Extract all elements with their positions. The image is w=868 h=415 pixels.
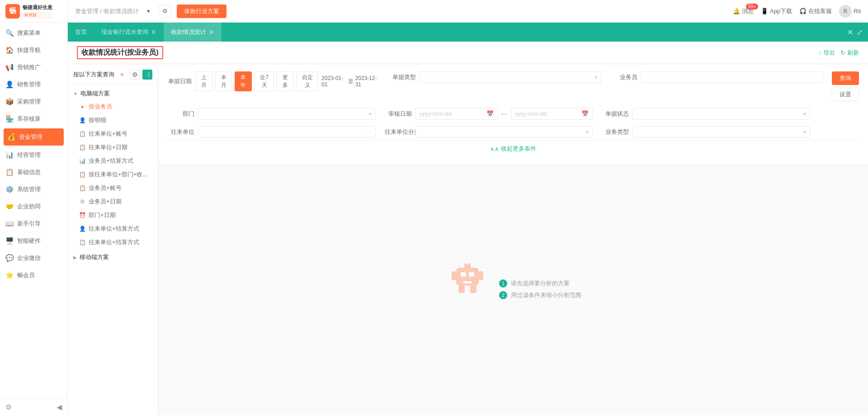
- sidebar-item-marketing[interactable]: 📢 营销推广: [0, 59, 67, 76]
- sidebar-item-member[interactable]: ⭐ 畅会员: [0, 267, 67, 284]
- panel-settings-btn[interactable]: ⚙: [130, 70, 140, 80]
- dept-select[interactable]: ▾: [198, 108, 376, 120]
- user-btn[interactable]: R Rit: [839, 5, 861, 18]
- date-btn-prev-month[interactable]: 上月: [195, 71, 212, 91]
- refresh-icon: ↻: [840, 49, 845, 56]
- tab-cashflow[interactable]: 现金银行流水查询 ✕: [94, 23, 164, 42]
- doc-status-select[interactable]: ▾: [632, 108, 810, 120]
- tree-item-by-salesman[interactable]: ● 按业务员: [68, 100, 158, 113]
- sidebar-item-search[interactable]: 🔍 搜索菜单: [0, 24, 67, 42]
- tree-item-partner-dept[interactable]: 📋 按往来单位+部门+收...: [68, 168, 158, 181]
- empty-tips: 1 请先选择要分析的方案 2 用过滤条件来缩小分析范围: [499, 279, 581, 299]
- table-icon: 📋: [79, 171, 86, 178]
- tree-item-salesman-date[interactable]: ⚙ 业务员+日期: [68, 195, 158, 208]
- trial-btn[interactable]: 体验行业方案: [177, 5, 226, 18]
- member-icon: ⭐: [5, 271, 14, 279]
- sidebar-item-system[interactable]: ⚙️ 系统管理: [0, 181, 67, 198]
- tree-item-partner-method2[interactable]: 📋 往来单位+结算方式: [68, 236, 158, 249]
- tree-item-partner-date[interactable]: 📋 往来单位+日期: [68, 141, 158, 154]
- sidebar-item-inventory[interactable]: 🏪 库存核算: [0, 110, 67, 127]
- review-date-start-input[interactable]: yyyy-mm-dd 📅: [415, 108, 498, 120]
- sidebar-item-label: 资金管理: [19, 133, 42, 141]
- tree-item-by-detail[interactable]: 👤 按明细: [68, 113, 158, 127]
- breadcrumb-dropdown[interactable]: ▾: [144, 7, 153, 16]
- chevron-down-icon: ▾: [594, 74, 597, 80]
- filter-area: 单据日期 上月 本月 本年 近7天 更多 自定义 2023-01-01 至: [158, 64, 868, 165]
- bell-icon: 🔔: [733, 8, 740, 14]
- sidebar-item-basic[interactable]: 📋 基础信息: [0, 164, 67, 181]
- tab-home[interactable]: 首页: [68, 23, 94, 42]
- panel-add-btn[interactable]: +: [117, 70, 127, 80]
- user-name: Rit: [854, 8, 861, 14]
- tree-item-partner-account[interactable]: 📋 往来单位+账号: [68, 127, 158, 141]
- sidebar-item-guide[interactable]: 📖 新手引导: [0, 215, 67, 232]
- export-btn[interactable]: ↑ 导出: [819, 49, 835, 57]
- tabs-actions: ✕ ⤢: [842, 23, 868, 42]
- left-panel: 按以下方案查询 + ⚙ 《 ▼ 电脑端方案 ● 按业务员: [68, 64, 158, 415]
- partner-category-label: 往来单位分类: [385, 128, 412, 136]
- messages-btn[interactable]: 🔔 消息 99+: [733, 7, 754, 15]
- tree-item-partner-method1[interactable]: 👤 往来单位+结算方式: [68, 222, 158, 236]
- doc-type-select[interactable]: ▾: [420, 71, 601, 83]
- date-btn-more[interactable]: 更多: [277, 71, 294, 91]
- chevron-down-icon: ▾: [586, 129, 589, 135]
- filter-settings-btn[interactable]: 设置: [832, 88, 859, 101]
- tab-cashflow-close[interactable]: ✕: [151, 28, 156, 36]
- sidebar-footer: ⚙ ◀: [0, 399, 67, 415]
- active-item-icon: ●: [79, 103, 86, 110]
- headset-icon: 🎧: [799, 8, 807, 14]
- tab-cashflow-label: 现金银行流水查询: [101, 28, 148, 36]
- tree-item-dept-date[interactable]: ⏰ 部门+日期: [68, 208, 158, 222]
- partner-select[interactable]: ···: [198, 126, 376, 138]
- sidebar-item-operation[interactable]: 📊 经营管理: [0, 146, 67, 164]
- sidebar-settings-icon[interactable]: ⚙: [5, 403, 12, 411]
- tree-item-salesman-account[interactable]: 📋 业务员+账号: [68, 181, 158, 195]
- tree-item-label: 业务员+账号: [89, 184, 122, 192]
- sidebar-item-wechat[interactable]: 💬 企业微信: [0, 250, 67, 267]
- panel-collapse-btn[interactable]: 《: [142, 70, 152, 80]
- doc-status-label: 单据状态: [602, 110, 629, 118]
- tab-close-all-btn[interactable]: ✕: [847, 28, 853, 37]
- online-service-label: 在线客服: [808, 7, 832, 15]
- tree-item-salesman-method[interactable]: 📊 业务员+结算方式: [68, 154, 158, 168]
- operation-icon: 📊: [5, 151, 14, 159]
- main-content: 资金管理 / 收款情况统计 ▾ ⚙ 体验行业方案 🔔 消息 99+ 📱 App下…: [68, 0, 868, 415]
- logo-badge: 标准版: [23, 12, 52, 19]
- partner-category-select[interactable]: ▾: [415, 126, 593, 138]
- tree-group-mobile-header[interactable]: ▶ 移动端方案: [68, 251, 158, 264]
- salesman-select[interactable]: ···: [641, 71, 823, 83]
- collapse-more-btn[interactable]: ∧∧ 收起更多条件: [167, 140, 859, 157]
- tab-collection-close[interactable]: ✕: [209, 28, 214, 36]
- tabs-bar: 首页 现金银行流水查询 ✕ 收款情况统计 ✕ ✕ ⤢: [68, 23, 868, 42]
- tab-collection[interactable]: 收款情况统计 ✕: [164, 23, 222, 42]
- tab-collection-label: 收款情况统计: [171, 28, 206, 36]
- query-btn[interactable]: 查询: [832, 71, 859, 85]
- date-dash: —: [501, 110, 507, 117]
- date-btn-custom[interactable]: 自定义: [297, 71, 318, 91]
- tree-item-label: 业务员+结算方式: [89, 157, 133, 165]
- refresh-btn[interactable]: ↻ 刷新: [840, 49, 859, 57]
- sidebar-item-finance[interactable]: 💰 资金管理: [4, 128, 64, 146]
- collapse-label: 收起更多条件: [501, 145, 536, 153]
- app-download-btn[interactable]: 📱 App下载: [761, 7, 792, 15]
- sidebar-collapse-icon[interactable]: ◀: [57, 403, 62, 411]
- content-area: 按以下方案查询 + ⚙ 《 ▼ 电脑端方案 ● 按业务员: [68, 64, 868, 415]
- date-btn-this-year[interactable]: 本年: [235, 71, 252, 91]
- sidebar-item-sales[interactable]: 👤 销售管理: [0, 76, 67, 93]
- topbar: 资金管理 / 收款情况统计 ▾ ⚙ 体验行业方案 🔔 消息 99+ 📱 App下…: [68, 0, 868, 23]
- tree-group-pc-header[interactable]: ▼ 电脑端方案: [68, 87, 158, 100]
- mobile-icon: 📱: [761, 8, 768, 14]
- sidebar-item-enterprise[interactable]: 🤝 企业协同: [0, 198, 67, 215]
- tab-maximize-btn[interactable]: ⤢: [857, 28, 863, 37]
- topbar-gear-btn[interactable]: ⚙: [159, 5, 171, 18]
- online-service-btn[interactable]: 🎧 在线客服: [799, 7, 832, 15]
- review-date-end-input[interactable]: yyyy-mm-dd 📅: [511, 108, 593, 120]
- chevron-right-icon: ▶: [73, 255, 77, 260]
- date-btn-7days[interactable]: 近7天: [255, 71, 274, 91]
- date-btn-this-month[interactable]: 本月: [215, 71, 232, 91]
- business-type-select[interactable]: ▾: [632, 126, 810, 138]
- sidebar-item-purchase[interactable]: 📦 采购管理: [0, 93, 67, 110]
- sidebar-item-hardware[interactable]: 🖥️ 智能硬件: [0, 232, 67, 250]
- chevron-down-icon: ▾: [369, 111, 372, 117]
- sidebar-item-shortcut[interactable]: 🏠 快捷导航: [0, 42, 67, 59]
